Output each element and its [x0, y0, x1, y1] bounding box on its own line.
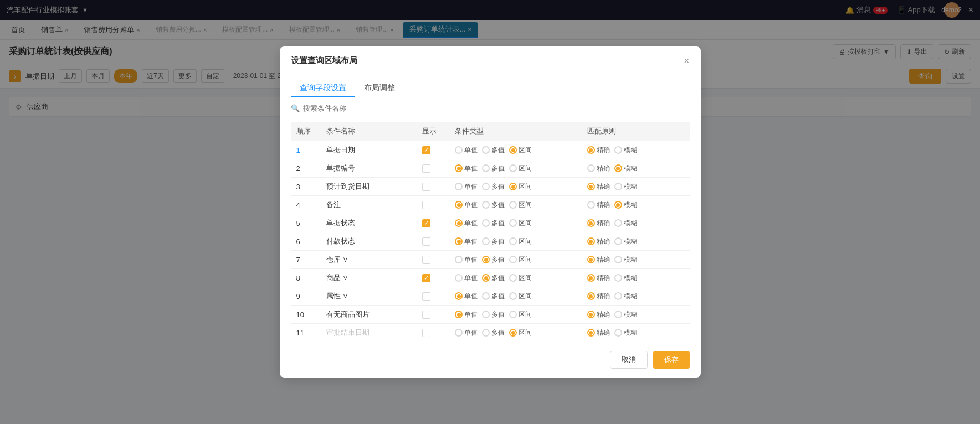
- row-order: 2: [291, 159, 321, 178]
- radio-circle: [455, 146, 463, 154]
- table-row: 1单据日期单值多值区间精确模糊: [291, 141, 690, 159]
- modal-tab-query-fields[interactable]: 查询字段设置: [291, 80, 355, 97]
- order-num: 1: [296, 146, 300, 154]
- type-radio-多值[interactable]: 多值: [482, 182, 505, 192]
- radio-circle: [587, 164, 595, 172]
- type-radio-单值[interactable]: 单值: [455, 146, 478, 155]
- display-checkbox[interactable]: [422, 183, 430, 191]
- rule-radio-模糊[interactable]: 模糊: [614, 164, 637, 173]
- modal-table-wrap: 顺序 条件名称 显示 条件类型 匹配原则 1单据日期单值多值区间精确模糊2单据编…: [280, 122, 701, 199]
- type-radio-区间[interactable]: 区间: [509, 146, 532, 155]
- table-row: 3预计到货日期单值多值区间精确模糊: [291, 178, 690, 196]
- rule-radio-精确[interactable]: 精确: [587, 146, 610, 155]
- row-order: 3: [291, 178, 321, 196]
- table-row: 4备注单值多值区间精确模糊: [291, 196, 690, 200]
- row-order: 1: [291, 141, 321, 159]
- row-order: 4: [291, 196, 321, 200]
- display-checkbox[interactable]: [422, 164, 430, 173]
- radio-circle: [587, 183, 595, 190]
- modal-overlay: 设置查询区域布局 × 查询字段设置 布局调整 🔍 顺序: [0, 0, 980, 199]
- row-name: 单据编号: [321, 159, 417, 178]
- rule-radio-精确[interactable]: 精确: [587, 164, 610, 173]
- row-rule: 精确模糊: [582, 159, 690, 178]
- rule-radio-模糊[interactable]: 模糊: [614, 182, 637, 192]
- row-name: 单据日期: [321, 141, 417, 159]
- col-name: 条件名称: [321, 122, 417, 141]
- table-row: 2单据编号单值多值区间精确模糊: [291, 159, 690, 178]
- radio-circle: [509, 183, 517, 190]
- modal-header: 设置查询区域布局 ×: [280, 46, 701, 73]
- col-display: 显示: [417, 122, 450, 141]
- radio-circle: [455, 183, 463, 190]
- modal-search-area: 🔍: [280, 97, 701, 122]
- radio-circle: [614, 183, 622, 190]
- modal-close-button[interactable]: ×: [684, 56, 690, 66]
- radio-circle: [587, 146, 595, 154]
- modal-table: 顺序 条件名称 显示 条件类型 匹配原则 1单据日期单值多值区间精确模糊2单据编…: [291, 122, 690, 199]
- row-rule: 精确模糊: [582, 178, 690, 196]
- search-icon: 🔍: [291, 104, 300, 112]
- radio-circle: [509, 146, 517, 154]
- display-checkbox[interactable]: [422, 146, 430, 154]
- row-name: 预计到货日期: [321, 178, 417, 196]
- radio-circle: [614, 164, 622, 172]
- row-display[interactable]: [417, 141, 450, 159]
- radio-circle: [614, 146, 622, 154]
- search-input-wrap: 🔍: [291, 104, 402, 115]
- modal-table-head: 顺序 条件名称 显示 条件类型 匹配原则: [291, 122, 690, 141]
- row-rule: 精确模糊: [582, 141, 690, 159]
- rule-radio-精确[interactable]: 精确: [587, 182, 610, 192]
- radio-circle: [509, 164, 517, 172]
- type-radio-多值[interactable]: 多值: [482, 146, 505, 155]
- row-name: 备注: [321, 196, 417, 200]
- row-type: 单值多值区间: [449, 141, 581, 159]
- rule-radio-模糊[interactable]: 模糊: [614, 146, 637, 155]
- row-display[interactable]: [417, 159, 450, 178]
- col-type: 条件类型: [449, 122, 581, 141]
- col-rule: 匹配原则: [582, 122, 690, 141]
- search-input[interactable]: [303, 104, 392, 112]
- type-radio-区间[interactable]: 区间: [509, 164, 532, 173]
- col-order: 顺序: [291, 122, 321, 141]
- radio-circle: [482, 183, 490, 190]
- row-type: 单值多值区间: [449, 159, 581, 178]
- modal-tabs: 查询字段设置 布局调整: [280, 73, 701, 97]
- row-rule: 精确模糊: [582, 196, 690, 200]
- radio-circle: [482, 146, 490, 154]
- modal-table-body: 1单据日期单值多值区间精确模糊2单据编号单值多值区间精确模糊3预计到货日期单值多…: [291, 141, 690, 200]
- type-radio-区间[interactable]: 区间: [509, 182, 532, 192]
- type-radio-单值[interactable]: 单值: [455, 182, 478, 192]
- modal-title: 设置查询区域布局: [291, 55, 357, 66]
- row-type: 单值多值区间: [449, 178, 581, 196]
- row-type: 单值多值区间: [449, 196, 581, 200]
- radio-circle: [482, 164, 490, 172]
- radio-circle: [455, 164, 463, 172]
- modal-tab-layout[interactable]: 布局调整: [355, 80, 404, 97]
- modal: 设置查询区域布局 × 查询字段设置 布局调整 🔍 顺序: [280, 46, 701, 199]
- row-display[interactable]: [417, 196, 450, 200]
- type-radio-单值[interactable]: 单值: [455, 164, 478, 173]
- type-radio-多值[interactable]: 多值: [482, 164, 505, 173]
- row-display[interactable]: [417, 178, 450, 196]
